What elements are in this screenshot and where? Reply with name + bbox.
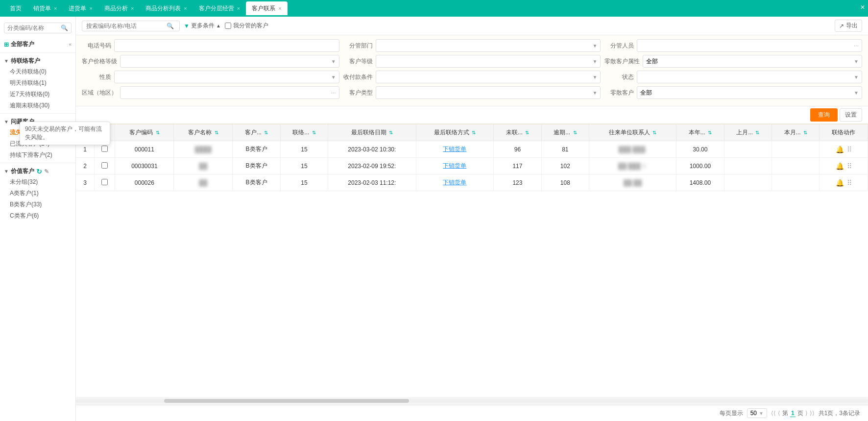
nav-first[interactable]: ⟨⟨ [771, 410, 776, 417]
close-all-tabs[interactable]: ✕ [860, 4, 865, 11]
sidebar-item-7days[interactable]: 近7天待联络(0) [0, 89, 75, 100]
sidebar-item-today[interactable]: 今天待联络(0) [0, 66, 75, 77]
arrow-problem: ▼ [4, 119, 9, 124]
tab-customer-contact[interactable]: 客户联系 × [246, 1, 287, 15]
tab-home[interactable]: 首页 [4, 1, 27, 15]
sidebar-item-tomorrow[interactable]: 明天待联络(1) [0, 77, 75, 89]
filter-manager-select[interactable]: ··· [637, 39, 862, 52]
tab-close-purchase[interactable]: × [89, 5, 92, 11]
tab-product-analysis-list[interactable]: 商品分析列表 × [140, 1, 193, 15]
search-input[interactable] [86, 23, 165, 29]
col-actions: 联络动作 [820, 124, 868, 141]
filter-payment-select[interactable]: ▼ [376, 71, 601, 83]
sidebar-item-b-class[interactable]: B类客户(33) [0, 199, 75, 210]
sidebar-item-a-class[interactable]: A类客户(1) [0, 188, 75, 199]
search-icon[interactable]: 🔍 [167, 23, 174, 29]
col-code[interactable]: 客户编码 ⇅ [115, 124, 174, 141]
cell-month-1 [772, 141, 820, 158]
table-header-row: ⚙ 客户编码 ⇅ 客户名称 ⇅ 客户... ⇅ [76, 124, 868, 141]
my-customers-checkbox[interactable]: 我分管的客户 [225, 22, 268, 30]
cell-person-3: ██ ██ [589, 174, 676, 191]
filter-phone-input[interactable] [114, 39, 339, 52]
group-value-customers[interactable]: ▼ 价值客户 ↻ ✎ [0, 165, 75, 176]
cell-method-1[interactable]: 下销货单 [416, 141, 494, 158]
nav-prev[interactable]: ⟨ [778, 410, 780, 417]
col-uncontacted[interactable]: 未联... ⇅ [494, 124, 541, 141]
tab-close-cust-contact[interactable]: × [278, 5, 281, 11]
tab-close-sales[interactable]: × [54, 5, 57, 11]
settings-button[interactable]: 设置 [840, 108, 862, 122]
export-button[interactable]: ↗ 导出 [835, 20, 862, 32]
col-contact-person[interactable]: 往来单位联系人 ⇅ [589, 124, 676, 141]
col-last-method[interactable]: 最后联络方式 ⇅ [416, 124, 494, 141]
row-checkbox-2[interactable] [101, 162, 108, 169]
tab-product-analysis[interactable]: 商品分析 × [98, 1, 140, 15]
col-last-date[interactable]: 最后联络日期 ⇅ [328, 124, 416, 141]
col-this-year[interactable]: 本年... ⇅ [676, 124, 724, 141]
contact-icon-2[interactable]: 🔔 [836, 162, 844, 170]
more-icon-1[interactable]: ⠿ [847, 146, 852, 153]
nav-next[interactable]: ⟩ [805, 410, 808, 417]
tab-customer-layers[interactable]: 客户分层经营 × [193, 1, 246, 15]
contact-icon-3[interactable]: 🔔 [836, 179, 844, 187]
filter-cust-level-select[interactable]: ▼ [376, 55, 601, 68]
filter-retail-cust-select[interactable]: 全部 ▼ [637, 86, 862, 99]
sidebar-item-ungrouped[interactable]: 未分组(32) [0, 176, 75, 188]
content-area: 🔍 ▼ 更多条件 ▲ 我分管的客户 ↗ 导出 [76, 17, 868, 421]
cell-name-3: ██ [174, 174, 233, 191]
person-blurred-1: ███ ███. [619, 146, 647, 153]
filter-price-select[interactable]: ▼ [120, 55, 339, 68]
cell-cb-2[interactable] [95, 158, 115, 174]
group-pending-contact[interactable]: ▼ 待联络客户 [0, 55, 75, 66]
arrow-value: ▼ [4, 169, 9, 174]
horizontal-scrollbar[interactable] [76, 399, 868, 403]
col-overdue[interactable]: 逾期... ⇅ [541, 124, 589, 141]
filter-region-select[interactable]: ··· [120, 86, 339, 99]
more-icon-3[interactable]: ⠿ [847, 179, 852, 187]
sidebar-collapse-arrow[interactable]: « [69, 42, 72, 47]
col-cust-type[interactable]: 客户... ⇅ [233, 124, 280, 141]
col-contact-num[interactable]: 联络... ⇅ [280, 124, 328, 141]
filter-more-btn[interactable]: ▼ 更多条件 ▲ [184, 22, 221, 30]
tab-purchase-order[interactable]: 进货单 × [63, 1, 98, 15]
refresh-value-icon[interactable]: ↻ [36, 168, 42, 175]
tab-sales-order[interactable]: 销货单 × [27, 1, 63, 15]
filter-cust-type-select[interactable]: ▼ [376, 86, 601, 99]
sidebar-item-overdue[interactable]: 逾期未联络(30) [0, 100, 75, 111]
toolbar: 🔍 ▼ 更多条件 ▲ 我分管的客户 ↗ 导出 [76, 17, 868, 35]
cell-method-3[interactable]: 下销货单 [416, 174, 494, 191]
filter-nature-select[interactable]: ▼ [114, 71, 339, 83]
tab-close-cust-layers[interactable]: × [237, 5, 240, 11]
sidebar-all-customers[interactable]: ⊞ 全部客户 « [0, 38, 75, 50]
my-customers-check[interactable] [225, 23, 231, 29]
per-page-select[interactable]: 50 ▼ [747, 408, 767, 418]
row-checkbox-3[interactable] [101, 179, 108, 185]
filter-cust-level-label: 客户等级 [343, 57, 373, 66]
table-container[interactable]: ⚙ 客户编码 ⇅ 客户名称 ⇅ 客户... ⇅ [76, 124, 868, 397]
cell-cb-3[interactable] [95, 174, 115, 191]
col-this-month[interactable]: 本月... ⇅ [772, 124, 820, 141]
sidebar-search-icon[interactable]: 🔍 [61, 25, 68, 31]
row-checkbox-1[interactable] [101, 146, 108, 152]
col-last-month[interactable]: 上月... ⇅ [724, 124, 772, 141]
filter-dept-select[interactable]: ▼ [376, 39, 601, 52]
more-icon-2[interactable]: ⠿ [847, 162, 852, 170]
manager-dots[interactable]: ··· [854, 42, 859, 49]
cell-method-2[interactable]: 下销货单 [416, 158, 494, 174]
filter-row-3: 性质 ▼ 收付款条件 ▼ 状态 [82, 71, 862, 83]
nav-last[interactable]: ⟩⟩ [810, 410, 815, 417]
col-name[interactable]: 客户名称 ⇅ [174, 124, 233, 141]
contact-icon-1[interactable]: 🔔 [836, 146, 844, 153]
sidebar-item-declining[interactable]: 持续下滑客户(2) [0, 149, 75, 161]
tab-close-prod-analysis[interactable]: × [131, 5, 134, 11]
sidebar-item-c-class[interactable]: C类客户(6) [0, 210, 75, 222]
cell-lmonth-1 [724, 141, 772, 158]
tab-close-prod-list[interactable]: × [184, 5, 187, 11]
filter-retail-attr-select[interactable]: 全部 ▼ [643, 55, 862, 68]
query-button[interactable]: 查询 [810, 108, 838, 122]
edit-value-icon[interactable]: ✎ [44, 168, 49, 175]
cell-name-1: ████ [174, 141, 233, 158]
region-dots[interactable]: ··· [331, 89, 336, 96]
filter-status-select[interactable]: ▼ [637, 71, 862, 83]
scrollbar-thumb[interactable] [164, 399, 409, 403]
